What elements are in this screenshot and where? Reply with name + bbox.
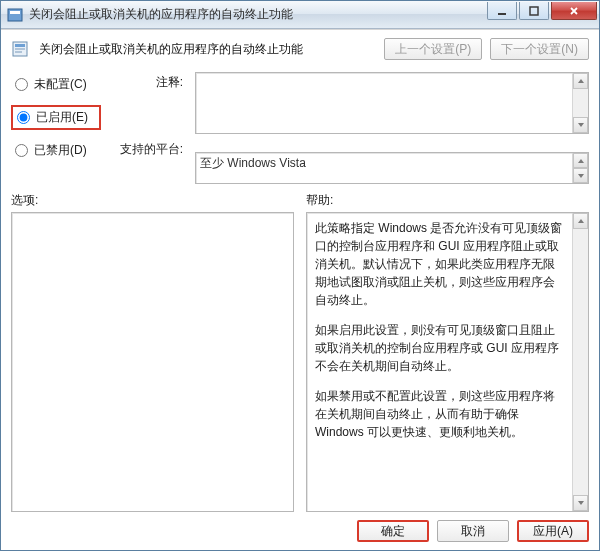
- labels-col: 注释: 支持的平台:: [113, 72, 183, 184]
- scroll-up-icon[interactable]: [573, 73, 588, 89]
- radio-not-configured[interactable]: 未配置(C): [11, 74, 101, 95]
- policy-icon: [11, 39, 31, 59]
- radio-enabled[interactable]: 已启用(E): [11, 105, 101, 130]
- supported-label: 支持的平台:: [120, 141, 183, 158]
- minimize-button[interactable]: [487, 2, 517, 20]
- dialog-window: 关闭会阻止或取消关机的应用程序的自动终止功能 关闭会阻止或取消关机的应用程序的自…: [0, 0, 600, 551]
- options-pane: [11, 212, 294, 512]
- maximize-button[interactable]: [519, 2, 549, 20]
- app-icon: [7, 7, 23, 23]
- title-bar: 关闭会阻止或取消关机的应用程序的自动终止功能: [1, 1, 599, 29]
- radio-group: 未配置(C) 已启用(E) 已禁用(D): [11, 72, 101, 184]
- window-title: 关闭会阻止或取消关机的应用程序的自动终止功能: [29, 6, 487, 23]
- scroll-down-icon[interactable]: [573, 495, 588, 511]
- policy-title: 关闭会阻止或取消关机的应用程序的自动终止功能: [39, 41, 384, 58]
- window-controls: [487, 2, 597, 20]
- svg-rect-2: [498, 13, 506, 15]
- options-label: 选项:: [11, 192, 294, 208]
- svg-rect-7: [15, 51, 22, 53]
- help-content: 此策略指定 Windows 是否允许没有可见顶级窗口的控制台应用程序和 GUI …: [307, 213, 572, 511]
- help-paragraph: 如果禁用或不配置此设置，则这些应用程序将在关机期间自动终止，从而有助于确保 Wi…: [315, 387, 564, 441]
- ok-button[interactable]: 确定: [357, 520, 429, 542]
- help-paragraph: 如果启用此设置，则没有可见顶级窗口且阻止或取消关机的控制台应用程序或 GUI 应…: [315, 321, 564, 375]
- footer: 确定 取消 应用(A): [11, 520, 589, 542]
- header-row: 关闭会阻止或取消关机的应用程序的自动终止功能 上一个设置(P) 下一个设置(N): [11, 38, 589, 60]
- scroll-down-icon[interactable]: [573, 168, 588, 183]
- svg-rect-6: [15, 48, 25, 50]
- scroll-down-icon[interactable]: [573, 117, 588, 133]
- config-row: 未配置(C) 已启用(E) 已禁用(D) 注释: 支持的平台:: [11, 72, 589, 184]
- radio-not-configured-label: 未配置(C): [34, 76, 87, 93]
- supported-field: 至少 Windows Vista: [195, 152, 589, 184]
- next-setting-button[interactable]: 下一个设置(N): [490, 38, 589, 60]
- help-label: 帮助:: [306, 192, 589, 208]
- scroll-up-icon[interactable]: [573, 153, 588, 168]
- radio-disabled-label: 已禁用(D): [34, 142, 87, 159]
- close-button[interactable]: [551, 2, 597, 20]
- scroll-up-icon[interactable]: [573, 213, 588, 229]
- client-area: 关闭会阻止或取消关机的应用程序的自动终止功能 上一个设置(P) 下一个设置(N)…: [1, 29, 599, 550]
- help-pane: 此策略指定 Windows 是否允许没有可见顶级窗口的控制台应用程序和 GUI …: [306, 212, 589, 512]
- radio-not-configured-input[interactable]: [15, 78, 28, 91]
- options-column: 选项:: [11, 192, 294, 512]
- apply-button[interactable]: 应用(A): [517, 520, 589, 542]
- help-column: 帮助: 此策略指定 Windows 是否允许没有可见顶级窗口的控制台应用程序和 …: [306, 192, 589, 512]
- lower-panes: 选项: 帮助: 此策略指定 Windows 是否允许没有可见顶级窗口的控制台应用…: [11, 192, 589, 512]
- comment-value: [196, 73, 572, 133]
- svg-rect-5: [15, 44, 25, 47]
- supported-scrollbar[interactable]: [572, 153, 588, 183]
- comment-field[interactable]: [195, 72, 589, 134]
- radio-disabled-input[interactable]: [15, 144, 28, 157]
- help-scrollbar[interactable]: [572, 213, 588, 511]
- fields-col: 至少 Windows Vista: [195, 72, 589, 184]
- comment-label: 注释:: [156, 74, 183, 91]
- radio-enabled-label: 已启用(E): [36, 109, 88, 126]
- options-content: [12, 213, 293, 511]
- svg-rect-3: [530, 7, 538, 15]
- radio-enabled-input[interactable]: [17, 111, 30, 124]
- comment-scrollbar[interactable]: [572, 73, 588, 133]
- help-paragraph: 此策略指定 Windows 是否允许没有可见顶级窗口的控制台应用程序和 GUI …: [315, 219, 564, 309]
- prev-setting-button[interactable]: 上一个设置(P): [384, 38, 482, 60]
- svg-rect-0: [8, 9, 22, 21]
- svg-rect-1: [10, 11, 20, 14]
- cancel-button[interactable]: 取消: [437, 520, 509, 542]
- supported-value: 至少 Windows Vista: [196, 153, 572, 183]
- radio-disabled[interactable]: 已禁用(D): [11, 140, 101, 161]
